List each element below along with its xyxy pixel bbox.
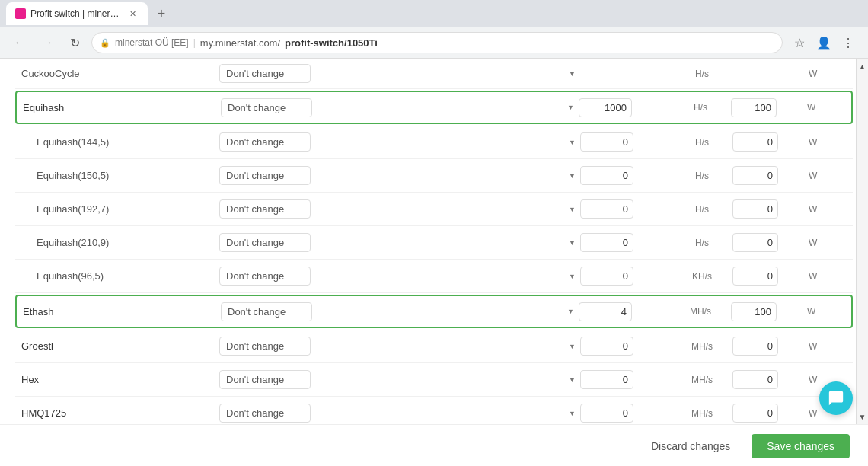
hashrate-input[interactable] bbox=[580, 370, 633, 389]
dropdown-cell[interactable]: Don't change Enable Disable bbox=[219, 404, 580, 423]
power-input[interactable] bbox=[732, 267, 778, 286]
table-row: CuckooCycle Don't change H/s W bbox=[15, 59, 853, 89]
profile-button[interactable]: 👤 bbox=[813, 32, 834, 53]
unit-label: KH/s bbox=[672, 271, 732, 282]
power-input[interactable] bbox=[731, 302, 777, 321]
power-input[interactable] bbox=[732, 337, 778, 356]
hashrate-input[interactable] bbox=[580, 404, 633, 423]
footer-bar: Discard changes Save changes bbox=[0, 424, 868, 466]
save-button[interactable]: Save changes bbox=[752, 434, 850, 458]
dropdown-select[interactable]: Don't change Enable Disable bbox=[219, 337, 311, 356]
lock-icon: 🔒 bbox=[100, 38, 110, 48]
chat-bubble-button[interactable] bbox=[819, 381, 853, 415]
unit-label: H/s bbox=[672, 238, 732, 248]
back-button[interactable]: ← bbox=[9, 32, 30, 53]
algo-name: Equihash(192,7) bbox=[21, 203, 219, 215]
hashrate-input[interactable] bbox=[580, 132, 633, 152]
algo-name: CuckooCycle bbox=[21, 68, 219, 79]
dropdown-select[interactable]: Don't change Enable Disable bbox=[219, 199, 311, 219]
unit-label: H/s bbox=[672, 137, 732, 148]
table-row-groestl: Groestl Don't change Enable Disable MH/s… bbox=[15, 330, 853, 363]
dropdown-cell[interactable]: Don't change Enable Disable bbox=[221, 302, 579, 321]
algo-name: Hex bbox=[21, 374, 219, 385]
unit-label: H/s bbox=[672, 69, 732, 79]
dropdown-select[interactable]: Don't change Enable Disable bbox=[219, 404, 311, 423]
power-input[interactable] bbox=[732, 199, 778, 219]
reload-button[interactable]: ↻ bbox=[64, 32, 85, 53]
table-row-ethash: Ethash Don't change Enable Disable MH/s … bbox=[15, 295, 853, 328]
dropdown-cell[interactable]: Don't change Enable Disable bbox=[219, 337, 580, 356]
unit-label: MH/s bbox=[670, 306, 731, 317]
dropdown-select[interactable]: Don't change Enable Disable bbox=[221, 302, 312, 321]
unit-label: MH/s bbox=[672, 341, 732, 352]
power-input[interactable] bbox=[732, 166, 778, 185]
scroll-down-button[interactable]: ▼ bbox=[857, 409, 868, 424]
dropdown-select[interactable]: Don't change Enable Disable bbox=[219, 132, 311, 152]
algo-name: HMQ1725 bbox=[21, 407, 219, 419]
hashrate-input[interactable] bbox=[579, 98, 632, 117]
table-row-equihash144: Equihash(144,5) Don't change Enable Disa… bbox=[15, 126, 853, 159]
forward-button[interactable]: → bbox=[37, 32, 58, 53]
unit-label: MH/s bbox=[672, 375, 732, 385]
hashrate-input[interactable] bbox=[580, 337, 633, 356]
algo-name: Groestl bbox=[21, 340, 219, 352]
active-tab[interactable]: Profit switch | minerstat ✕ bbox=[6, 2, 148, 25]
dropdown-select[interactable]: Don't change Enable Disable bbox=[219, 166, 311, 185]
w-label: W bbox=[809, 137, 847, 148]
table-row-equihash96: Equihash(96,5) Don't change Enable Disab… bbox=[15, 260, 853, 293]
dropdown-cell[interactable]: Don't change Enable Disable bbox=[219, 132, 580, 152]
unit-label: H/s bbox=[670, 102, 731, 113]
dropdown-cell[interactable]: Don't change Enable Disable bbox=[219, 199, 580, 219]
discard-button[interactable]: Discard changes bbox=[639, 434, 742, 458]
url-bar[interactable]: 🔒 minerstat OÜ [EE] | my.minerstat.com/p… bbox=[91, 32, 783, 53]
unit-label: MH/s bbox=[672, 408, 732, 419]
dropdown-select[interactable]: Don't change Enable Disable bbox=[221, 98, 312, 117]
hashrate-input[interactable] bbox=[580, 166, 633, 185]
unit-label: H/s bbox=[672, 204, 732, 215]
w-label: W bbox=[807, 306, 845, 317]
dropdown-cell[interactable]: Don't change bbox=[219, 64, 580, 83]
menu-button[interactable]: ⋮ bbox=[838, 32, 859, 53]
w-label: W bbox=[809, 238, 847, 248]
dropdown-cell[interactable]: Don't change Enable Disable bbox=[221, 98, 579, 117]
table-row-equihash: Equihash Don't change Enable Disable H/s… bbox=[15, 91, 853, 124]
dropdown-cell[interactable]: Don't change Enable Disable bbox=[219, 267, 580, 286]
power-input[interactable] bbox=[732, 404, 778, 423]
url-domain: minerstat OÜ [EE] bbox=[115, 37, 189, 48]
w-label: W bbox=[809, 341, 847, 352]
power-input[interactable] bbox=[732, 370, 778, 389]
power-input[interactable] bbox=[731, 98, 777, 117]
algo-name: Equihash(210,9) bbox=[21, 237, 219, 248]
tab-bar: Profit switch | minerstat ✕ + bbox=[0, 0, 868, 27]
hashrate-input[interactable] bbox=[580, 233, 633, 252]
dropdown-cell[interactable]: Don't change Enable Disable bbox=[219, 370, 580, 389]
table-row-hex: Hex Don't change Enable Disable MH/s W bbox=[15, 363, 853, 397]
hashrate-input[interactable] bbox=[580, 267, 633, 286]
dropdown-select[interactable]: Don't change Enable Disable bbox=[219, 370, 311, 389]
dropdown-cell[interactable]: Don't change Enable Disable bbox=[219, 166, 580, 185]
hashrate-input[interactable] bbox=[579, 302, 632, 321]
algo-name: Equihash bbox=[23, 102, 221, 113]
dropdown-select[interactable]: Don't change Enable Disable bbox=[219, 233, 311, 252]
power-input[interactable] bbox=[732, 132, 778, 152]
url-separator: | bbox=[193, 37, 196, 48]
tab-close-button[interactable]: ✕ bbox=[126, 8, 139, 20]
bookmark-button[interactable]: ☆ bbox=[789, 32, 810, 53]
scroll-up-button[interactable]: ▲ bbox=[857, 59, 868, 74]
address-bar: ← → ↻ 🔒 minerstat OÜ [EE] | my.minerstat… bbox=[0, 27, 868, 58]
toolbar-right: ☆ 👤 ⋮ bbox=[789, 32, 859, 53]
dropdown-cell[interactable]: Don't change Enable Disable bbox=[219, 233, 580, 252]
dropdown-select[interactable]: Don't change Enable Disable bbox=[219, 267, 311, 286]
new-tab-button[interactable]: + bbox=[151, 3, 172, 24]
url-bold: profit-switch/1050Ti bbox=[285, 37, 378, 49]
algo-name: Equihash(96,5) bbox=[21, 270, 219, 282]
hashrate-input[interactable] bbox=[580, 199, 633, 219]
algo-name: Ethash bbox=[23, 306, 221, 318]
table-row-equihash150: Equihash(150,5) Don't change Enable Disa… bbox=[15, 159, 853, 193]
table-row-equihash210: Equihash(210,9) Don't change Enable Disa… bbox=[15, 226, 853, 260]
url-pre: my.minerstat.com/ bbox=[200, 37, 280, 49]
algo-name: Equihash(144,5) bbox=[21, 136, 219, 148]
main-content: CuckooCycle Don't change H/s W Equihash … bbox=[0, 59, 868, 466]
dropdown-select[interactable]: Don't change bbox=[219, 64, 311, 83]
power-input[interactable] bbox=[732, 233, 778, 252]
